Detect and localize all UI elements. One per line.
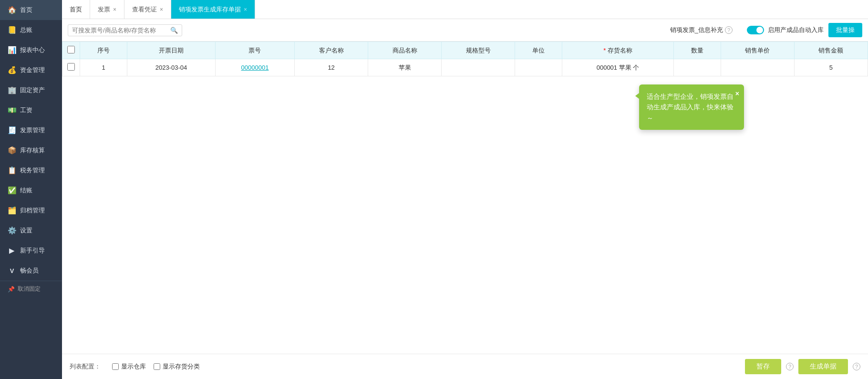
table-container: 序号 开票日期 票号 客户名称 商品名称 规格型号 单位 存货名称 数量 销售单… bbox=[62, 42, 868, 354]
col-number: 票号 bbox=[215, 42, 294, 59]
col-product: 商品名称 bbox=[368, 42, 442, 59]
sidebar-item-home[interactable]: 🏠 首页 bbox=[0, 0, 62, 20]
row-spec bbox=[442, 59, 515, 76]
col-checkbox bbox=[62, 42, 80, 59]
row-unit-price bbox=[721, 59, 794, 76]
fund-icon: 💰 bbox=[8, 66, 16, 74]
toggle-label: 启用产成品自动入库 bbox=[768, 26, 824, 34]
save-button[interactable]: 暂存 bbox=[745, 359, 781, 374]
tooltip-close-button[interactable]: × bbox=[735, 88, 739, 99]
save-help-icon[interactable]: ? bbox=[786, 363, 794, 370]
main-area: 首页 发票 × 查看凭证 × 销项发票生成库存单据 × 🔍 销项发票_信息补充 … bbox=[62, 0, 868, 379]
data-table: 序号 开票日期 票号 客户名称 商品名称 规格型号 单位 存货名称 数量 销售单… bbox=[62, 42, 868, 76]
list-config-label: 列表配置： bbox=[70, 362, 101, 371]
row-customer: 12 bbox=[295, 59, 368, 76]
auto-warehouse-toggle[interactable] bbox=[747, 26, 764, 34]
tab-invoice-close[interactable]: × bbox=[113, 6, 116, 13]
toolbar: 🔍 销项发票_信息补充 ? 启用产成品自动入库 批量操 bbox=[62, 19, 868, 42]
generate-help-icon[interactable]: ? bbox=[853, 363, 860, 370]
sidebar: 🏠 首页 📒 总账 📊 报表中心 💰 资金管理 🏢 固定资产 💵 工资 🧾 发票… bbox=[0, 0, 62, 379]
generate-button[interactable]: 生成单据 bbox=[798, 359, 848, 374]
sidebar-item-archive[interactable]: 🗂️ 归档管理 bbox=[0, 200, 62, 221]
info-icon[interactable]: ? bbox=[725, 26, 733, 34]
col-unit: 单位 bbox=[515, 42, 562, 59]
tab-bar: 首页 发票 × 查看凭证 × 销项发票生成库存单据 × bbox=[62, 0, 868, 19]
batch-button[interactable]: 批量操 bbox=[828, 23, 862, 37]
row-qty bbox=[673, 59, 721, 76]
col-unit-price: 销售单价 bbox=[721, 42, 794, 59]
col-date: 开票日期 bbox=[127, 42, 216, 59]
table-row: 1 2023-03-04 00000001 12 苹果 000001 苹果 个 … bbox=[62, 59, 868, 76]
sidebar-item-tax[interactable]: 📋 税务管理 bbox=[0, 160, 62, 180]
sidebar-item-member[interactable]: V 畅会员 bbox=[0, 261, 62, 281]
sidebar-item-invoice[interactable]: 🧾 发票管理 bbox=[0, 120, 62, 140]
content-area: 🔍 销项发票_信息补充 ? 启用产成品自动入库 批量操 bbox=[62, 19, 868, 379]
select-all-checkbox[interactable] bbox=[67, 46, 75, 53]
search-icon[interactable]: 🔍 bbox=[170, 27, 178, 34]
settle-icon: ✅ bbox=[8, 186, 16, 195]
bottom-bar: 列表配置： 显示仓库 显示存货分类 暂存 ? 生成单据 ? bbox=[62, 354, 868, 379]
row-inventory: 000001 苹果 个 bbox=[562, 59, 673, 76]
report-icon: 📊 bbox=[8, 46, 16, 54]
sidebar-item-guide[interactable]: ▶ 新手引导 bbox=[0, 241, 62, 261]
sidebar-item-report[interactable]: 📊 报表中心 bbox=[0, 40, 62, 60]
show-warehouse-label[interactable]: 显示仓库 bbox=[112, 362, 146, 371]
member-icon: V bbox=[8, 267, 16, 274]
info-label-group: 销项发票_信息补充 ? bbox=[670, 26, 733, 34]
settings-icon: ⚙️ bbox=[8, 226, 16, 235]
sidebar-item-inventory[interactable]: 📦 库存核算 bbox=[0, 140, 62, 160]
guide-icon: ▶ bbox=[8, 246, 16, 255]
col-spec: 规格型号 bbox=[442, 42, 515, 59]
row-unit bbox=[515, 59, 562, 76]
row-amount: 5 bbox=[794, 59, 868, 76]
sidebar-fix-toggle[interactable]: 📌 取消固定 bbox=[0, 281, 62, 297]
sidebar-item-wage[interactable]: 💵 工资 bbox=[0, 100, 62, 120]
sidebar-item-settings[interactable]: ⚙️ 设置 bbox=[0, 221, 62, 241]
sidebar-item-asset[interactable]: 🏢 固定资产 bbox=[0, 80, 62, 100]
toggle-group: 启用产成品自动入库 bbox=[747, 26, 824, 34]
tab-voucher-close[interactable]: × bbox=[160, 6, 163, 13]
sidebar-item-ledger[interactable]: 📒 总账 bbox=[0, 20, 62, 40]
tab-invoice[interactable]: 发票 × bbox=[90, 0, 124, 19]
sidebar-item-fund[interactable]: 💰 资金管理 bbox=[0, 60, 62, 80]
tax-icon: 📋 bbox=[8, 166, 16, 175]
col-inventory: 存货名称 bbox=[562, 42, 673, 59]
tooltip-bubble: × 适合生产型企业，销项发票自动生成产成品入库，快来体验～ bbox=[639, 84, 744, 130]
search-input[interactable] bbox=[72, 27, 167, 34]
tab-stock-close[interactable]: × bbox=[244, 6, 247, 13]
tab-stock[interactable]: 销项发票生成库存单据 × bbox=[171, 0, 255, 19]
home-icon: 🏠 bbox=[8, 6, 16, 14]
invoice-icon: 🧾 bbox=[8, 126, 16, 135]
row-seq: 1 bbox=[80, 59, 127, 76]
archive-icon: 🗂️ bbox=[8, 206, 16, 215]
bottom-actions: 暂存 ? 生成单据 ? bbox=[745, 359, 860, 374]
sidebar-item-settle[interactable]: ✅ 结账 bbox=[0, 180, 62, 200]
col-customer: 客户名称 bbox=[295, 42, 368, 59]
asset-icon: 🏢 bbox=[8, 86, 16, 95]
col-amount: 销售金额 bbox=[794, 42, 868, 59]
pin-icon: 📌 bbox=[8, 286, 15, 293]
ledger-icon: 📒 bbox=[8, 26, 16, 34]
show-warehouse-checkbox[interactable] bbox=[112, 363, 119, 370]
show-category-checkbox[interactable] bbox=[154, 363, 160, 370]
row-checkbox-cell bbox=[62, 59, 80, 76]
tab-voucher[interactable]: 查看凭证 × bbox=[124, 0, 171, 19]
col-seq: 序号 bbox=[80, 42, 127, 59]
row-checkbox[interactable] bbox=[67, 63, 75, 71]
inventory-icon: 📦 bbox=[8, 146, 16, 155]
tab-home[interactable]: 首页 bbox=[62, 0, 90, 19]
row-number[interactable]: 00000001 bbox=[215, 59, 294, 76]
show-category-label[interactable]: 显示存货分类 bbox=[154, 362, 200, 371]
search-box[interactable]: 🔍 bbox=[68, 24, 182, 36]
row-date: 2023-03-04 bbox=[127, 59, 216, 76]
row-product: 苹果 bbox=[368, 59, 442, 76]
wage-icon: 💵 bbox=[8, 106, 16, 115]
col-qty: 数量 bbox=[673, 42, 721, 59]
